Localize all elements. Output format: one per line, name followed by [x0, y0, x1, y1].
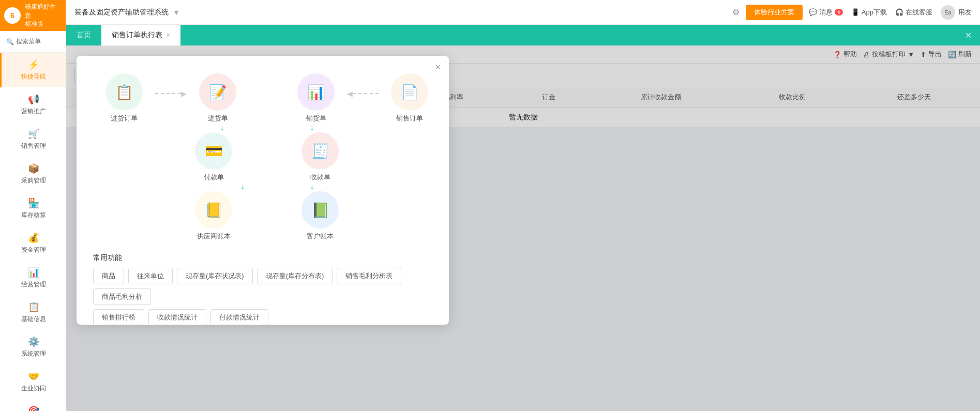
finance-icon: 💰: [28, 232, 39, 243]
flow-node-payment-bill: 💳 付款单: [183, 132, 245, 182]
func-btn-stock-dist[interactable]: 现存量(库存分布表): [257, 268, 333, 284]
operation-icon: 📊: [28, 267, 39, 278]
avatar: Ea: [941, 5, 955, 20]
message-badge: 5: [835, 9, 843, 16]
purchase-order-label: 进货订单: [111, 114, 138, 123]
func-btn-sales-rank[interactable]: 销售排行榜: [93, 309, 144, 325]
tab-sales-order-exec[interactable]: 销售订单执行表 ×: [101, 25, 180, 45]
receipt-bill-label: 收款单: [310, 173, 330, 182]
content-area: ❓ 帮助 🖨 按模板打印 ▼ ⬆ 导出 🔄 刷新: [66, 45, 980, 411]
func-btn-receipt-stats[interactable]: 收款情况统计: [148, 309, 206, 325]
func-btn-stock-status[interactable]: 现存量(库存状况表): [177, 268, 253, 284]
purchase-bill-icon: 📝: [199, 73, 236, 111]
close-all-tabs-button[interactable]: ✕: [957, 31, 980, 40]
app-download-action[interactable]: 📱 App下载: [851, 8, 887, 17]
sales-bill-icon: 📊: [297, 73, 335, 111]
sidebar-item-basic-info[interactable]: 📋 基础信息: [0, 295, 66, 330]
sidebar-item-purchase[interactable]: 📦 采购管理: [0, 157, 66, 191]
chevron-down-icon: ▼: [173, 8, 180, 17]
sales-order-label: 销售订单: [396, 114, 423, 123]
headset-icon: 🎧: [895, 8, 903, 16]
sidebar-nav: ⚡ 快捷导航 📢 营销推广 🛒 销售管理 📦 采购管理 🏪 库存核算 💰: [0, 53, 66, 411]
sales-bill-label: 销货单: [306, 114, 326, 123]
cooperation-icon: 🤝: [28, 371, 39, 382]
flow-node-sales-order: 📄 销售订单: [379, 73, 441, 123]
func-btn-product[interactable]: 商品: [93, 268, 124, 284]
basic-info-icon: 📋: [28, 301, 39, 313]
common-funcs-title: 常用功能: [93, 253, 432, 263]
common-funcs-section: 常用功能 商品 往来单位 现存量(库存状况表) 现存量(库存分布表) 销售毛利分…: [93, 253, 432, 325]
sidebar-item-system[interactable]: ⚙️ 系统管理: [0, 330, 66, 364]
func-btn-partners[interactable]: 往来单位: [128, 268, 173, 284]
sidebar: 6 畅康通好生意 标准版 🔍 搜索菜单 ⚡ 快捷导航 📢 营销推广 🛒: [0, 0, 66, 411]
search-icon: 🔍: [6, 38, 14, 45]
receipt-bill-icon: 🧾: [301, 132, 339, 170]
experience-plan-button[interactable]: 体验行业方案: [746, 5, 803, 20]
logo-icon: 6: [4, 7, 21, 24]
quick-guide-modal: × 📋 进货订单: [77, 56, 449, 325]
message-icon: 💬: [809, 8, 817, 16]
purchase-bill-label: 进货单: [208, 114, 228, 123]
supplier-account-icon: 📒: [195, 191, 232, 229]
message-action[interactable]: 💬 消息 5: [809, 8, 843, 17]
topbar-title: 装备及固定资产辅助管理系统 ▼: [74, 8, 726, 17]
sidebar-item-quick-guide[interactable]: ⚡ 快捷导航: [0, 53, 66, 87]
inventory-icon: 🏪: [28, 197, 39, 209]
online-service-action[interactable]: 🎧 在线客服: [895, 8, 932, 17]
logo-text: 畅康通好生意 标准版: [25, 3, 62, 28]
flow-node-supplier-account: 📒 供应商账本: [183, 191, 245, 241]
system-icon: ⚙️: [28, 336, 39, 347]
modal-overlay: × 📋 进货订单: [66, 45, 980, 411]
modal-close-button[interactable]: ×: [435, 62, 441, 73]
purchase-order-icon: 📋: [105, 73, 143, 111]
sidebar-item-sales[interactable]: 🛒 销售管理: [0, 122, 66, 157]
func-buttons-row1: 商品 往来单位 现存量(库存状况表) 现存量(库存分布表) 销售毛利分析表 商品…: [93, 268, 432, 305]
flow-node-customer-account: 📗 客户账本: [289, 191, 351, 241]
sidebar-item-cooperation[interactable]: 🤝 企业协同: [0, 364, 66, 399]
sales-order-icon: 📄: [391, 73, 428, 111]
supplier-account-label: 供应商账本: [197, 232, 231, 241]
sidebar-item-marketing[interactable]: 📢 营销推广: [0, 87, 66, 122]
func-btn-sales-margin[interactable]: 销售毛利分析表: [337, 268, 401, 284]
flow-node-sales-bill: 📊 销货单: [285, 73, 347, 123]
topbar-actions: 💬 消息 5 📱 App下载 🎧 在线客服 Ea 用友: [809, 5, 972, 20]
settings-gear-icon[interactable]: ⚙: [732, 7, 740, 17]
sidebar-item-inventory[interactable]: 🏪 库存核算: [0, 191, 66, 226]
topbar: 装备及固定资产辅助管理系统 ▼ ⚙ 体验行业方案 💬 消息 5 📱 App下载 …: [66, 0, 980, 25]
main-area: 装备及固定资产辅助管理系统 ▼ ⚙ 体验行业方案 💬 消息 5 📱 App下载 …: [66, 0, 980, 411]
newbie-icon: 🎯: [28, 405, 39, 411]
flow-node-purchase-bill: 📝 进货单: [187, 73, 249, 123]
func-buttons-row2: 销售排行榜 收款情况统计 付款情况统计: [93, 309, 432, 325]
func-btn-payment-stats[interactable]: 付款情况统计: [210, 309, 268, 325]
customer-account-label: 客户账本: [307, 232, 334, 241]
sales-icon: 🛒: [28, 128, 39, 140]
flow-node-receipt-bill: 🧾 收款单: [289, 132, 351, 182]
user-section[interactable]: Ea 用友: [941, 5, 972, 20]
marketing-icon: 📢: [28, 94, 39, 105]
search-menu-button[interactable]: 🔍 搜索菜单: [4, 35, 62, 48]
sidebar-item-operation[interactable]: 📊 经营管理: [0, 261, 66, 295]
tab-close-icon[interactable]: ×: [167, 32, 170, 39]
purchase-icon: 📦: [28, 163, 39, 174]
sidebar-search-area: 🔍 搜索菜单: [0, 31, 66, 53]
quick-guide-icon: ⚡: [28, 59, 39, 70]
flow-node-purchase-order: 📋 进货订单: [93, 73, 155, 123]
sidebar-logo: 6 畅康通好生意 标准版: [0, 0, 66, 31]
sidebar-item-newbie[interactable]: 🎯 新手引导: [0, 399, 66, 411]
customer-account-icon: 📗: [301, 191, 339, 229]
func-btn-product-margin[interactable]: 商品毛利分析: [93, 288, 151, 305]
sidebar-item-finance[interactable]: 💰 资金管理: [0, 226, 66, 261]
payment-bill-icon: 💳: [195, 132, 232, 170]
payment-bill-label: 付款单: [204, 173, 224, 182]
tab-home[interactable]: 首页: [66, 25, 101, 45]
tabs-bar: 首页 销售订单执行表 × ✕: [66, 25, 980, 45]
phone-icon: 📱: [851, 8, 860, 16]
